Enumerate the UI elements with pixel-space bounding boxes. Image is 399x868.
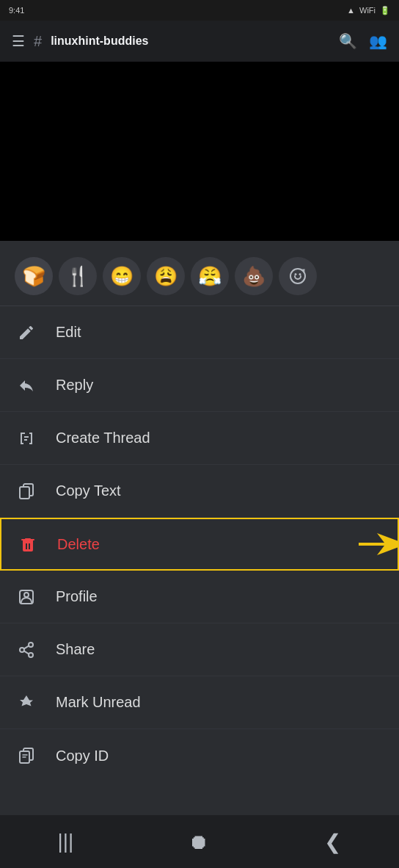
signal-icon: ▲	[347, 6, 355, 15]
channel-title: linuxhint-buddies	[51, 35, 330, 48]
context-menu: 🍞 🍴 😁 😩 😤 💩 Edit	[0, 241, 399, 782]
share-label: Share	[56, 641, 95, 658]
header-bar: ☰ # linuxhint-buddies 🔍 👥	[0, 21, 399, 62]
svg-point-8	[24, 593, 29, 597]
battery-icon: 🔋	[380, 6, 390, 15]
top-section: ☰ # linuxhint-buddies 🔍 👥	[0, 21, 399, 241]
edit-label: Edit	[56, 324, 81, 341]
status-time: 9:41	[9, 6, 24, 15]
share-icon	[15, 638, 38, 662]
mark-unread-label: Mark Unread	[56, 694, 141, 711]
copy-id-icon	[15, 744, 38, 767]
pencil-icon	[15, 321, 38, 344]
profile-label: Profile	[56, 588, 98, 605]
menu-item-profile[interactable]: Profile	[0, 571, 399, 623]
emoji-angry[interactable]: 😤	[191, 257, 229, 295]
profile-icon	[15, 585, 38, 609]
channel-hash-icon: #	[34, 33, 42, 50]
copy-text-icon	[15, 480, 38, 503]
create-thread-label: Create Thread	[56, 430, 150, 446]
bottom-nav: ||| ⏺ ❮	[0, 815, 399, 868]
trash-icon	[16, 532, 40, 556]
menu-icon[interactable]: ☰	[12, 32, 25, 50]
copy-id-label: Copy ID	[56, 748, 109, 764]
emoji-poop[interactable]: 💩	[235, 257, 273, 295]
status-right-icons: ▲ WiFi 🔋	[347, 6, 390, 15]
menu-item-share[interactable]: Share	[0, 623, 399, 676]
home-button[interactable]: ⏺	[171, 824, 227, 860]
menu-item-mark-unread[interactable]: Mark Unread	[0, 676, 399, 729]
svg-point-1	[295, 273, 297, 275]
svg-rect-5	[21, 539, 34, 540]
back-button[interactable]: ❮	[307, 824, 359, 860]
mark-unread-icon	[15, 691, 38, 715]
menu-item-delete[interactable]: Delete	[0, 518, 399, 571]
menu-item-copy-text[interactable]: Copy Text	[0, 465, 399, 518]
menu-item-reply[interactable]: Reply	[0, 359, 399, 412]
members-icon[interactable]: 👥	[369, 32, 387, 50]
emoji-grin[interactable]: 😁	[103, 257, 141, 295]
add-emoji-button[interactable]	[279, 257, 317, 295]
emoji-fork[interactable]: 🍴	[59, 257, 97, 295]
copy-text-label: Copy Text	[56, 482, 121, 499]
recent-apps-button[interactable]: |||	[40, 824, 92, 859]
status-bar: 9:41 ▲ WiFi 🔋	[0, 0, 399, 21]
menu-item-copy-id[interactable]: Copy ID	[0, 729, 399, 782]
svg-line-12	[24, 645, 29, 648]
menu-item-create-thread[interactable]: Create Thread	[0, 412, 399, 465]
emoji-weary[interactable]: 😩	[147, 257, 185, 295]
svg-line-13	[24, 651, 29, 654]
emoji-bread[interactable]: 🍞	[15, 257, 53, 295]
menu-item-edit[interactable]: Edit	[0, 306, 399, 359]
svg-rect-4	[20, 487, 29, 499]
svg-point-2	[299, 273, 301, 275]
thread-icon	[15, 427, 38, 450]
header-action-icons: 🔍 👥	[339, 32, 387, 50]
delete-label: Delete	[57, 536, 100, 553]
reply-icon	[15, 374, 38, 397]
emoji-reaction-bar: 🍞 🍴 😁 😩 😤 💩	[0, 247, 399, 306]
reply-label: Reply	[56, 377, 93, 394]
search-icon[interactable]: 🔍	[339, 32, 357, 50]
svg-marker-6	[359, 533, 399, 555]
wifi-icon: WiFi	[359, 6, 376, 15]
